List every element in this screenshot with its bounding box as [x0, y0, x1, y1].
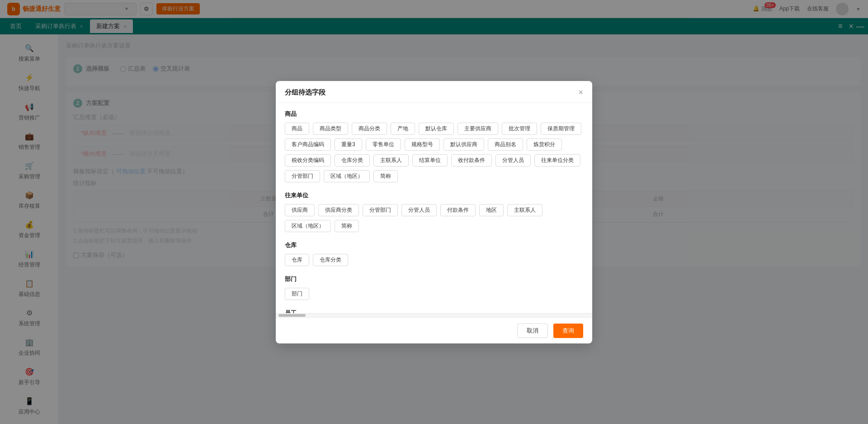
- tag-department[interactable]: 部门: [285, 288, 309, 300]
- modal-dialog: 分组待选字段 × 商品 商品 商品类型 商品分类 产地 默认仓库 主要供应商 批…: [276, 81, 592, 343]
- tag-short-name[interactable]: 简称: [373, 170, 398, 182]
- tag-partner-category[interactable]: 往来单位分类: [534, 154, 580, 167]
- partner-tags: 供应商 供应商分类 分管部门 分管人员 付款条件 地区 主联系人 区域（地区） …: [285, 204, 583, 232]
- warehouse-tags: 仓库 仓库分类: [285, 254, 583, 266]
- category-partner-title: 往来单位: [285, 191, 583, 200]
- tag-partner-supervisor[interactable]: 分管人员: [401, 204, 437, 216]
- tag-partner-contact[interactable]: 主联系人: [507, 204, 542, 216]
- modal-header: 分组待选字段 ×: [276, 81, 592, 103]
- tag-main-supplier[interactable]: 主要供应商: [458, 123, 498, 135]
- tag-tax-code[interactable]: 税收分类编码: [285, 154, 331, 167]
- tag-supervisor[interactable]: 分管人员: [495, 154, 531, 167]
- category-department: 部门 部门: [285, 275, 583, 300]
- tag-product-category[interactable]: 商品分类: [352, 123, 387, 135]
- tag-spec-model[interactable]: 规格型号: [405, 138, 440, 151]
- confirm-button[interactable]: 查询: [553, 324, 583, 338]
- tag-partner-region[interactable]: 区域（地区）: [285, 220, 331, 232]
- tag-area[interactable]: 地区: [479, 204, 504, 216]
- tag-retail-unit[interactable]: 零售单位: [366, 138, 401, 151]
- modal-footer-buttons: 取消 查询: [517, 324, 583, 338]
- tag-supplier-cat[interactable]: 供应商分类: [318, 204, 359, 216]
- category-employee-title: 员工: [285, 309, 583, 313]
- category-warehouse: 仓库 仓库 仓库分类: [285, 241, 583, 266]
- tag-payment-cond[interactable]: 付款条件: [440, 204, 476, 216]
- department-tags: 部门: [285, 288, 583, 300]
- tag-settlement-unit[interactable]: 结算单位: [412, 154, 448, 167]
- tag-batch-mgmt[interactable]: 批次管理: [502, 123, 537, 135]
- tag-supplier[interactable]: 供应商: [285, 204, 315, 216]
- tag-partner-dept[interactable]: 分管部门: [363, 204, 398, 216]
- tag-wh-cat[interactable]: 仓库分类: [313, 254, 348, 266]
- product-tags: 商品 商品类型 商品分类 产地 默认仓库 主要供应商 批次管理 保质期管理 客户…: [285, 123, 583, 182]
- tag-expiry-mgmt[interactable]: 保质期管理: [541, 123, 581, 135]
- cancel-button[interactable]: 取消: [517, 324, 548, 338]
- modal-footer: 取消 查询: [276, 318, 592, 343]
- modal-horizontal-scrollbar[interactable]: [276, 313, 592, 318]
- category-department-title: 部门: [285, 275, 583, 283]
- category-product-title: 商品: [285, 110, 583, 118]
- tag-payment-terms[interactable]: 收付款条件: [451, 154, 492, 167]
- tag-default-supplier[interactable]: 默认供应商: [443, 138, 484, 151]
- tag-wh[interactable]: 仓库: [285, 254, 309, 266]
- modal-close-button[interactable]: ×: [578, 88, 583, 96]
- category-partner: 往来单位 供应商 供应商分类 分管部门 分管人员 付款条件 地区 主联系人 区域…: [285, 191, 583, 232]
- tag-origin[interactable]: 产地: [391, 123, 415, 135]
- tag-product-alias[interactable]: 商品别名: [488, 138, 523, 151]
- tag-product-type[interactable]: 商品类型: [313, 123, 348, 135]
- modal-title: 分组待选字段: [285, 88, 326, 97]
- tag-dept[interactable]: 分管部门: [285, 170, 320, 182]
- tag-smelting-points[interactable]: 炼货积分: [527, 138, 562, 151]
- hscroll-thumb[interactable]: [278, 314, 306, 317]
- tag-main-contact[interactable]: 主联系人: [373, 154, 409, 167]
- modal-body: 商品 商品 商品类型 商品分类 产地 默认仓库 主要供应商 批次管理 保质期管理…: [276, 103, 592, 313]
- tag-warehouse-category[interactable]: 仓库分类: [335, 154, 370, 167]
- tag-region[interactable]: 区域（地区）: [324, 170, 370, 182]
- category-employee: 员工 业务员: [285, 309, 583, 313]
- tag-product[interactable]: 商品: [285, 123, 309, 135]
- tag-default-warehouse[interactable]: 默认仓库: [419, 123, 454, 135]
- tag-weight3[interactable]: 重量3: [335, 138, 362, 151]
- tag-customer-code[interactable]: 客户商品编码: [285, 138, 331, 151]
- category-product: 商品 商品 商品类型 商品分类 产地 默认仓库 主要供应商 批次管理 保质期管理…: [285, 110, 583, 182]
- modal-overlay[interactable]: 分组待选字段 × 商品 商品 商品类型 商品分类 产地 默认仓库 主要供应商 批…: [0, 0, 868, 424]
- tag-partner-short[interactable]: 简称: [335, 220, 359, 232]
- category-warehouse-title: 仓库: [285, 241, 583, 249]
